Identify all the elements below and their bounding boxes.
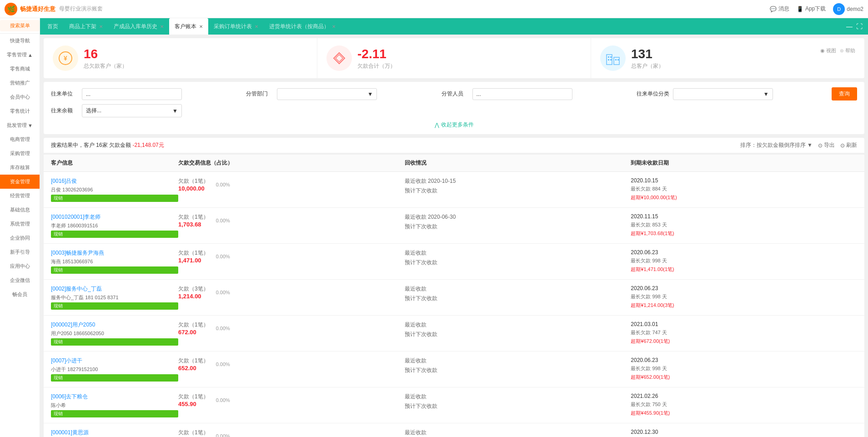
debt-customers-number: 16 (84, 47, 127, 61)
basic-info-label: 基础信息 (10, 207, 30, 212)
tab-production-history-close[interactable]: ✕ (160, 24, 164, 29)
balance-select[interactable]: 选择... ▼ (82, 104, 182, 117)
tab-purchase-stats-close[interactable]: ✕ (332, 24, 336, 29)
sidebar-item-retail-store[interactable]: 零售商城 (0, 62, 40, 76)
tab-product-shelf[interactable]: 商品上下架 ✕ (64, 18, 108, 35)
sidebar-item-batch-mgmt[interactable]: 批发管理 ▼ (0, 118, 40, 132)
overdue-link-0006[interactable]: 超期¥455.90(1笔) (631, 410, 857, 417)
last-payment-0003: 最近收款 (405, 249, 631, 257)
sidebar-item-vip[interactable]: 畅会员 (0, 287, 40, 301)
debt-content-000001: 欠款（1笔） 429.00 (178, 429, 209, 437)
debt-info-0002: 欠款（3笔） 1,214.00 0.00% (178, 285, 405, 310)
dept-select[interactable]: ▼ (277, 88, 377, 100)
view-action[interactable]: ◉ 视图 (820, 47, 836, 54)
sidebar-item-purchase[interactable]: 采购管理 (0, 146, 40, 161)
tab-production-history[interactable]: 产成品入库单历史 ✕ (108, 18, 169, 35)
sort-select[interactable]: 排序：按欠款金额倒序排序 ▼ (740, 141, 813, 149)
demo-label[interactable]: 母婴行业演示账套 (59, 5, 103, 13)
customer-tag-0003: 现销 (51, 266, 178, 274)
sidebar-item-capital[interactable]: 资金管理 (0, 175, 40, 189)
sidebar-item-ecommerce[interactable]: 电商管理 (0, 132, 40, 146)
debt-row-0002: 欠款（3笔） 1,214.00 0.00% (178, 285, 405, 300)
debt-ratio-000002: 0.00% (216, 326, 230, 331)
refresh-button[interactable]: ⊙ 刷新 (840, 141, 857, 149)
balance-chevron-icon: ▼ (172, 108, 178, 114)
view-label: 视图 (826, 48, 836, 53)
sidebar-item-marketing[interactable]: 营销推广 (0, 76, 40, 90)
stat-debt-customers: ¥ 16 总欠款客户（家） (44, 38, 317, 78)
overdue-link-0007[interactable]: 超期¥652.00(1笔) (631, 374, 857, 381)
tab-purchase-order-close[interactable]: ✕ (255, 24, 258, 29)
sidebar-item-newbie[interactable]: 新手引导 (0, 245, 40, 259)
help-action[interactable]: ⊙ 帮助 (840, 47, 855, 54)
svg-rect-7 (610, 56, 612, 58)
sidebar-item-app-center[interactable]: 应用中心 (0, 259, 40, 273)
tab-product-shelf-close[interactable]: ✕ (99, 24, 103, 29)
yuan-icon: ¥ (58, 51, 73, 65)
customer-name-00010[interactable]: [0001020001]李老师 (51, 213, 178, 221)
sidebar-item-enterprise[interactable]: 企业协同 (0, 231, 40, 245)
retail-mgmt-label: 零售管理 (7, 51, 27, 58)
sidebar-item-retail-mgmt[interactable]: 零售管理 ▲ (0, 48, 40, 62)
customer-name-0002[interactable]: [0002]服务中心_丁磊 (51, 285, 178, 293)
tab-purchase-order[interactable]: 采购订单统计表 ✕ (208, 18, 264, 35)
last-payment-0007: 最近收款 (405, 357, 631, 365)
tab-purchase-stats[interactable]: 进货单统计表（按商品） ✕ (264, 18, 341, 35)
sidebar-item-warehouse[interactable]: 库存核算 (0, 161, 40, 175)
customer-name-0003[interactable]: [0003]畅捷服务尹海燕 (51, 249, 178, 257)
tab-customer-account-close[interactable]: ✕ (199, 24, 203, 29)
message-link[interactable]: 💬 消息 (770, 5, 789, 13)
customer-name-0016[interactable]: [0016]吕俊 (51, 177, 178, 185)
sidebar-item-quick-nav[interactable]: 快捷导航 (0, 34, 40, 48)
overdue-link-000002[interactable]: 超期¥672.00(1笔) (631, 338, 857, 345)
search-button[interactable]: 查询 (832, 87, 857, 100)
debt-content-0016: 欠款（1笔） 10,000.00 (178, 177, 209, 192)
debt-ratio-0003: 0.00% (216, 254, 230, 259)
sidebar-item-member[interactable]: 会员中心 (0, 90, 40, 104)
overdue-days-0016: 最长欠款 884 天 (631, 186, 857, 192)
recovery-000002: 最近收款 预计下次收款 (405, 321, 631, 346)
customer-contact-0007: 小进干 18279152100 (51, 366, 178, 373)
app-download-link[interactable]: 📱 App下载 (797, 5, 826, 13)
sidebar-item-retail-stats[interactable]: 零售统计 (0, 104, 40, 118)
overdue-link-00010[interactable]: 超期¥1,703.68(1笔) (631, 230, 857, 237)
overdue-date-0003: 2020.06.23 (631, 249, 857, 256)
debt-amount-000002: 672.00 (178, 329, 209, 336)
customer-name-000001[interactable]: [000001]黄思源 (51, 429, 178, 437)
sidebar-item-system[interactable]: 系统管理 (0, 217, 40, 231)
tab-maximize-button[interactable]: ⛶ (856, 23, 863, 30)
source-unit-input[interactable]: ... (82, 88, 182, 100)
manager-input[interactable]: ... (472, 88, 572, 100)
tab-bar: 首页 商品上下架 ✕ 产成品入库单历史 ✕ 客户账本 ✕ 采购订单统计表 ✕ 进… (40, 18, 868, 35)
debt-info-0016: 欠款（1笔） 10,000.00 0.00% (178, 177, 405, 202)
overdue-link-0016[interactable]: 超期¥10,000.00(1笔) (631, 194, 857, 201)
user-area[interactable]: D demo2 (833, 3, 863, 15)
customer-name-0007[interactable]: [0007]小进干 (51, 357, 178, 365)
customer-name-0006[interactable]: [0006]去下粮仓 (51, 393, 178, 401)
tab-home[interactable]: 首页 (42, 18, 64, 35)
customer-contact-0002: 服务中心_丁磊 181 0125 8371 (51, 294, 178, 301)
debt-row-000001: 欠款（1笔） 429.00 0.00% (178, 429, 405, 437)
overdue-link-0003[interactable]: 超期¥1,471.00(1笔) (631, 266, 857, 273)
customer-name-000002[interactable]: [000002]用户2050 (51, 321, 178, 329)
search-menu-button[interactable]: 搜索菜单 (0, 20, 40, 31)
system-label: 系统管理 (10, 221, 30, 226)
results-count: 16家 (96, 142, 107, 148)
export-button[interactable]: ⊙ 导出 (818, 141, 835, 149)
refresh-icon: ⊙ (840, 142, 845, 149)
collapse-button[interactable]: ⋀ 收起更多条件 (435, 121, 474, 129)
sidebar-item-basic-info[interactable]: 基础信息 (0, 203, 40, 217)
customer-contact-0003: 海燕 18513066976 (51, 258, 178, 265)
diamond-icon (332, 51, 346, 65)
overdue-link-0002[interactable]: 超期¥1,214.00(3笔) (631, 302, 857, 309)
unit-category-select[interactable]: ▼ (673, 88, 773, 100)
filter-row-1: 往来单位 ... 分管部门 ▼ 分管人员 (51, 87, 857, 100)
tab-minimize-button[interactable]: — (846, 23, 853, 30)
sidebar-item-wechat[interactable]: 企业微信 (0, 273, 40, 287)
sidebar-item-operation[interactable]: 经营管理 (0, 189, 40, 203)
total-customers-number: 131 (631, 47, 664, 61)
recovery-0006: 最近收款 预计下次收款 (405, 393, 631, 417)
svg-rect-5 (614, 57, 619, 65)
svg-rect-11 (617, 59, 619, 60)
tab-customer-account[interactable]: 客户账本 ✕ (169, 18, 208, 35)
